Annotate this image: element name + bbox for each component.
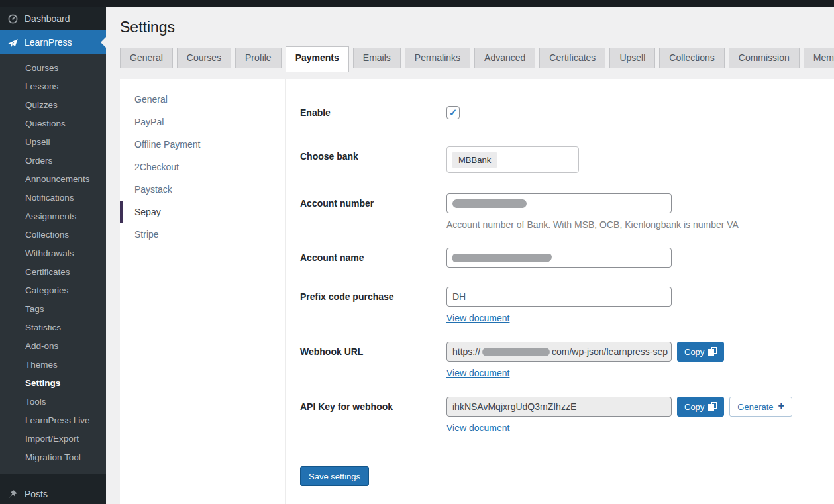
account-name-label: Account name xyxy=(300,248,446,268)
payment-method-label: PayPal xyxy=(134,117,164,127)
sidebar-submenu-item[interactable]: Announcements xyxy=(0,170,106,189)
sidebar-submenu-item[interactable]: Settings xyxy=(0,374,106,393)
payment-method-nav-item[interactable]: General xyxy=(120,88,285,111)
submenu-item-label: Upsell xyxy=(25,137,50,147)
sidebar-submenu-item[interactable]: Assignments xyxy=(0,207,106,226)
submenu-item-label: Orders xyxy=(25,156,52,166)
sidebar-submenu-item[interactable]: Notifications xyxy=(0,189,106,207)
bank-chip[interactable]: MBBank xyxy=(452,152,497,168)
payment-method-nav-item[interactable]: Stripe xyxy=(120,223,285,246)
webhook-url-input[interactable]: https://com/wp-json/learnpress-sep xyxy=(446,342,672,362)
submenu-item-label: Announcements xyxy=(25,174,90,184)
payment-method-nav-item[interactable]: Sepay xyxy=(120,201,285,223)
webhook-url-row: Webhook URL https://com/wp-json/learnpre… xyxy=(300,342,834,379)
submenu-item-label: Withdrawals xyxy=(25,248,74,258)
sidebar-submenu-item[interactable]: Questions xyxy=(0,115,106,133)
prefix-code-value: DH xyxy=(452,291,466,302)
admin-content-area: Settings General Courses Profile Payment… xyxy=(106,7,834,504)
enable-label: Enable xyxy=(300,106,446,119)
tab-label: General xyxy=(130,52,163,63)
sidebar-submenu-item[interactable]: Quizzes xyxy=(0,96,106,115)
sidebar-item-dashboard[interactable]: Dashboard xyxy=(0,7,106,30)
sidebar-item-posts[interactable]: Posts xyxy=(0,482,106,504)
generate-button-label: Generate xyxy=(737,402,773,412)
sidebar-submenu-item[interactable]: Statistics xyxy=(0,319,106,337)
wp-admin-bar xyxy=(0,0,834,7)
account-number-label: Account number xyxy=(300,193,446,230)
submenu-item-label: Import/Export xyxy=(25,434,79,444)
choose-bank-row: Choose bank MBBank xyxy=(300,146,834,173)
view-document-link-apikey[interactable]: View document xyxy=(446,423,509,433)
submenu-item-label: Collections xyxy=(25,230,69,240)
generate-api-key-button[interactable]: Generate + xyxy=(729,397,792,417)
settings-tab[interactable]: Emails xyxy=(353,48,401,68)
bank-select-input[interactable]: MBBank xyxy=(446,146,579,173)
sidebar-submenu-item[interactable]: Migration Tool xyxy=(0,448,106,467)
payment-method-label: Offline Payment xyxy=(134,139,200,150)
payment-method-nav-item[interactable]: Paystack xyxy=(120,178,285,201)
prefix-code-input[interactable]: DH xyxy=(446,287,672,307)
payment-method-nav-item[interactable]: PayPal xyxy=(120,111,285,133)
api-key-value: ihkNSAvMqjxrgUdQ3mZIhzzE xyxy=(452,401,576,412)
sidebar-submenu-item[interactable]: Orders xyxy=(0,152,106,170)
account-name-input[interactable] xyxy=(446,248,672,268)
settings-tab[interactable]: Upsell xyxy=(609,48,655,68)
settings-tab[interactable]: Commission xyxy=(729,48,800,68)
sidebar-submenu-item[interactable]: Import/Export xyxy=(0,430,106,448)
tab-label: Collections xyxy=(669,52,714,63)
submenu-item-label: Quizzes xyxy=(25,100,58,110)
sidebar-submenu-item[interactable]: Certificates xyxy=(0,263,106,281)
payment-method-label: Stripe xyxy=(134,229,159,240)
settings-tab[interactable]: General xyxy=(120,48,173,68)
tab-label: Memberships xyxy=(813,52,834,63)
sidebar-submenu-item[interactable]: Withdrawals xyxy=(0,244,106,263)
submenu-item-label: Tags xyxy=(25,304,44,314)
dashboard-gauge-icon xyxy=(7,13,19,25)
settings-tab[interactable]: Memberships xyxy=(804,48,834,68)
copy-api-key-button[interactable]: Copy xyxy=(677,397,724,417)
sidebar-submenu-item[interactable]: Courses xyxy=(0,59,106,77)
payment-method-nav-item[interactable]: Offline Payment xyxy=(120,133,285,156)
sidebar-submenu-item[interactable]: Upsell xyxy=(0,133,106,152)
sidebar-item-label: LearnPress xyxy=(25,37,72,48)
enable-checkbox[interactable]: ✓ xyxy=(446,106,460,119)
view-document-link-prefix[interactable]: View document xyxy=(446,313,509,323)
payment-method-nav-item[interactable]: 2Checkout xyxy=(120,156,285,178)
settings-tab[interactable]: Certificates xyxy=(539,48,605,68)
settings-tab[interactable]: Profile xyxy=(235,48,282,68)
pushpin-icon xyxy=(7,488,19,500)
settings-tab[interactable]: Courses xyxy=(177,48,231,68)
wp-admin-sidebar: Dashboard LearnPress Courses Lessons Qui… xyxy=(0,7,106,504)
settings-tab[interactable]: Advanced xyxy=(474,48,535,68)
sidebar-submenu-item[interactable]: Categories xyxy=(0,281,106,300)
api-key-input[interactable]: ihkNSAvMqjxrgUdQ3mZIhzzE xyxy=(446,397,672,417)
sidebar-submenu-item[interactable]: Tools xyxy=(0,393,106,411)
redacted-domain xyxy=(482,348,550,356)
sidebar-submenu-item[interactable]: LearnPress Live xyxy=(0,411,106,430)
settings-tab[interactable]: Collections xyxy=(659,48,724,68)
payment-methods-nav: General PayPal Offline Payment 2Checkout… xyxy=(120,79,286,504)
redacted-account-name xyxy=(452,254,552,262)
sidebar-submenu-item[interactable]: Add-ons xyxy=(0,337,106,356)
account-number-row: Account number Account number of Bank. W… xyxy=(300,193,834,230)
sidebar-submenu-item[interactable]: Themes xyxy=(0,356,106,374)
settings-tabs: General Courses Profile Payments Emails … xyxy=(120,48,834,71)
sidebar-submenu-item[interactable]: Collections xyxy=(0,226,106,244)
submenu-item-label: Courses xyxy=(25,63,58,73)
sidebar-submenu-item[interactable]: Tags xyxy=(0,300,106,319)
save-settings-button[interactable]: Save settings xyxy=(300,466,369,486)
page-title: Settings xyxy=(106,7,834,37)
submenu-item-label: Assignments xyxy=(25,211,76,221)
sidebar-submenu-item[interactable]: Lessons xyxy=(0,77,106,96)
copy-webhook-url-button[interactable]: Copy xyxy=(677,342,724,362)
settings-tab[interactable]: Payments xyxy=(286,46,349,72)
account-name-row: Account name xyxy=(300,248,834,268)
sidebar-item-learnpress[interactable]: LearnPress xyxy=(0,30,106,54)
settings-tab[interactable]: Permalinks xyxy=(405,48,470,68)
sepay-settings-form: Enable ✓ Choose bank MBBank Account numb… xyxy=(286,79,834,504)
account-number-input[interactable] xyxy=(446,193,672,213)
tab-label: Profile xyxy=(245,52,272,63)
view-document-link-webhook[interactable]: View document xyxy=(446,368,509,378)
submenu-item-label: Certificates xyxy=(25,267,70,277)
checkmark-icon: ✓ xyxy=(449,107,458,117)
